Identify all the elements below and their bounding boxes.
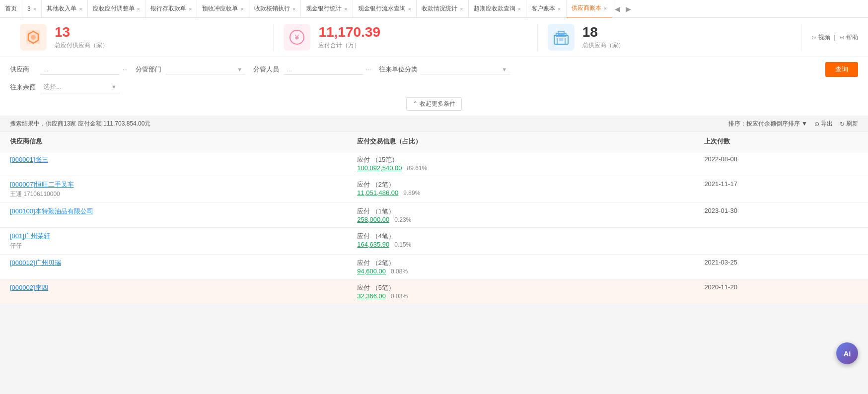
- export-button[interactable]: ⊙ 导出: [814, 120, 833, 128]
- category-select[interactable]: ▼: [421, 65, 510, 74]
- nav-tab-collection[interactable]: 收款核销执行 ×: [249, 0, 301, 18]
- nav-tab-supplier-ledger-label: 供应商账本: [572, 4, 601, 12]
- payable-cell: 应付 （15笔）100,092,540.0089.61%: [347, 151, 694, 176]
- col-supplier-info: 供应商信息: [0, 132, 347, 151]
- supplier-input[interactable]: [40, 64, 120, 75]
- right-actions: 排序：按应付余额倒序排序 ▼ ⊙ 导出 ↻ 刷新: [728, 120, 858, 128]
- payable-amount[interactable]: 11,051,486.00: [357, 189, 398, 197]
- sort-label[interactable]: 排序：按应付余额倒序排序 ▼: [728, 120, 807, 128]
- close-icon[interactable]: ×: [518, 6, 521, 12]
- nav-tab-overdue-label: 超期应收款查询: [474, 4, 515, 13]
- close-icon[interactable]: ×: [137, 6, 140, 12]
- close-icon[interactable]: ×: [344, 6, 347, 12]
- close-icon[interactable]: ×: [460, 6, 463, 12]
- dept-select[interactable]: ▼: [166, 65, 245, 74]
- total-suppliers-number: 18: [582, 25, 624, 40]
- close-icon[interactable]: ×: [189, 6, 192, 12]
- payable-percentage: 0.15%: [394, 241, 411, 248]
- payable-amount[interactable]: 164,635.90: [357, 241, 389, 248]
- nav-tab-adjustment[interactable]: 应收应付调整单 ×: [88, 0, 145, 18]
- nav-tab-3[interactable]: 3 ×: [22, 0, 42, 18]
- payable-amount[interactable]: 100,092,540.00: [357, 164, 402, 172]
- payable-amount-line: 11,051,486.009.89%: [357, 189, 684, 197]
- balance-select-value: 选择...: [43, 82, 62, 91]
- payable-suppliers-label: 总应付供应商（家）: [55, 41, 108, 50]
- refresh-button[interactable]: ↻ 刷新: [840, 120, 858, 128]
- nav-tab-adjustment-label: 应收应付调整单: [93, 4, 135, 13]
- close-icon[interactable]: ×: [292, 6, 295, 12]
- payable-amount[interactable]: 32,366.00: [357, 292, 386, 300]
- nav-tab-cash-stats-label: 现金银行统计: [306, 4, 342, 13]
- close-icon[interactable]: ×: [558, 6, 561, 12]
- nav-tab-cash-stats[interactable]: 现金银行统计 ×: [301, 0, 353, 18]
- last-pay-cell: 2020-11-20: [694, 279, 868, 304]
- last-pay-cell: [694, 228, 868, 255]
- supplier-more-icon[interactable]: ···: [123, 66, 128, 73]
- supplier-link[interactable]: [000100]本特勤油品有限公司: [10, 207, 93, 215]
- nav-tab-collection-stats[interactable]: 收款情况统计 ×: [417, 0, 468, 18]
- nav-tab-3-label: 3: [27, 5, 31, 12]
- table-body: [000001]张三应付 （15笔）100,092,540.0089.61%20…: [0, 151, 868, 304]
- table-row: [000007]恒旺二手叉车王通 17106110000应付 （2笔）11,05…: [0, 176, 868, 203]
- close-icon[interactable]: ×: [604, 5, 607, 11]
- data-table: 供应商信息 应付交易信息（占比） 上次付数 [000001]张三应付 （15笔）…: [0, 132, 868, 304]
- nav-scroll-right[interactable]: ▶: [623, 0, 634, 18]
- supplier-link[interactable]: [000002]李四: [10, 284, 48, 291]
- payable-count-line: 应付 （15笔）: [357, 155, 684, 164]
- category-label: 往来单位分类: [379, 65, 418, 74]
- close-icon[interactable]: ×: [79, 6, 82, 12]
- help-link[interactable]: ⊙ 帮助: [840, 33, 858, 42]
- filter-dept: 分管部门 ▼: [136, 65, 245, 74]
- supplier-sub-info: 仔仔: [10, 242, 337, 250]
- payable-suppliers-number: 13: [55, 25, 108, 40]
- video-link[interactable]: ⊙ 视频: [811, 33, 830, 42]
- nav-tab-cash-flow[interactable]: 现金银行流水查询 ×: [353, 0, 417, 18]
- top-navigation: 首页 3 × 其他收入单 × 应收应付调整单 × 银行存取款单 × 预收冲应收单…: [0, 0, 868, 18]
- filter-area: 供应商 ··· 分管部门 ▼ 分管人员 ··· 往来单位分类 ▼ 查询 往来: [0, 57, 868, 116]
- payable-cell: 应付 （2笔）94,600.000.08%: [347, 255, 694, 279]
- link-separator: |: [834, 34, 836, 41]
- supplier-link[interactable]: [001]广州荣轩: [10, 232, 50, 240]
- nav-tab-other-income[interactable]: 其他收入单 ×: [42, 0, 87, 18]
- payable-amount[interactable]: 258,000.00: [357, 216, 389, 223]
- payable-cell: 应付 （1笔）258,000.000.23%: [347, 203, 694, 228]
- close-icon[interactable]: ×: [408, 6, 411, 12]
- supplier-link[interactable]: [000001]张三: [10, 156, 48, 163]
- nav-tab-home[interactable]: 首页: [0, 0, 22, 18]
- refresh-icon: ↻: [840, 121, 845, 128]
- svg-rect-8: [559, 38, 563, 41]
- query-button[interactable]: 查询: [825, 62, 858, 77]
- supplier-label: 供应商: [10, 65, 37, 74]
- nav-tab-customer-ledger[interactable]: 客户账本 ×: [526, 0, 566, 18]
- nav-tab-overdue[interactable]: 超期应收款查询 ×: [469, 0, 526, 18]
- person-input[interactable]: [284, 64, 363, 75]
- table-row: [000002]李四应付 （5笔）32,366.000.03%2020-11-2…: [0, 279, 868, 304]
- supplier-link[interactable]: [000012]广州贝瑞: [10, 259, 61, 266]
- balance-select[interactable]: 选择... ▼: [40, 81, 120, 93]
- nav-tab-supplier-ledger[interactable]: 供应商账本 ×: [567, 0, 612, 18]
- filter-row-2: 往来余额 选择... ▼: [10, 81, 858, 93]
- last-pay-cell: 2022-08-08: [694, 151, 868, 176]
- person-more-icon[interactable]: ···: [366, 66, 371, 73]
- sort-chevron-icon: ▼: [801, 120, 807, 127]
- table-row: [001]广州荣轩仔仔应付 （4笔）164,635.900.15%: [0, 228, 868, 255]
- nav-tab-prepaid[interactable]: 预收冲应收单 ×: [197, 0, 249, 18]
- collapse-button[interactable]: ⌃ 收起更多条件: [406, 97, 461, 111]
- close-icon[interactable]: ×: [33, 6, 36, 12]
- summary-card-payable-total: ¥ 11,170.39 应付合计（万）: [274, 24, 537, 51]
- payable-percentage: 0.23%: [394, 216, 411, 223]
- nav-tab-collection-stats-label: 收款情况统计: [422, 4, 457, 13]
- nav-scroll-left[interactable]: ◀: [612, 0, 623, 18]
- nav-tab-bank-label: 银行存取款单: [150, 4, 186, 13]
- nav-tab-bank[interactable]: 银行存取款单 ×: [145, 0, 197, 18]
- chevron-down-icon: ▼: [237, 66, 242, 72]
- person-label: 分管人员: [253, 65, 281, 74]
- payable-amount[interactable]: 94,600.00: [357, 267, 386, 275]
- payable-label: 应付 （5笔）: [357, 284, 395, 291]
- payable-label: 应付 （2笔）: [357, 181, 395, 188]
- top-right-links: ⊙ 视频 | ⊙ 帮助: [801, 33, 858, 42]
- supplier-sub-info: 王通 17106110000: [10, 190, 337, 198]
- data-table-wrap: 供应商信息 应付交易信息（占比） 上次付数 [000001]张三应付 （15笔）…: [0, 132, 868, 304]
- supplier-link[interactable]: [000007]恒旺二手叉车: [10, 181, 74, 188]
- close-icon[interactable]: ×: [240, 6, 243, 12]
